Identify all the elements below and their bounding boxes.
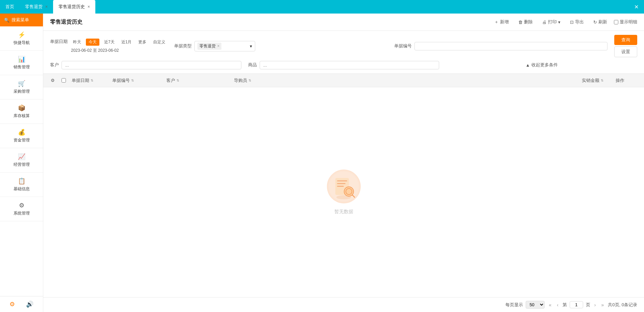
- header-actions: ＋ 新增 🗑 删除 🖨 打印 ▾ ⊡ 导出 ↻ 刷新: [492, 18, 637, 26]
- th-num-sort-icon: ⇅: [131, 79, 134, 82]
- sidebar: 🔍 搜索菜单 ⚡ 快捷导航 📊 销售管理 🛒 采购管理 📦 库存核算 💰 资金管…: [0, 14, 43, 312]
- empty-state: 暂无数据: [43, 87, 644, 297]
- collapse-button[interactable]: ▲ 收起更多条件: [522, 61, 562, 69]
- refresh-button[interactable]: ↻ 刷新: [591, 18, 610, 26]
- export-icon: ⊡: [570, 20, 574, 25]
- empty-text: 暂无数据: [334, 209, 353, 215]
- sidebar-item-label: 库存核算: [14, 113, 30, 119]
- print-dropdown-icon: ▾: [558, 20, 560, 25]
- th-num[interactable]: 单据编号 ⇅: [110, 77, 164, 84]
- th-guide-label: 导购员: [234, 77, 247, 84]
- sidebar-item-basics[interactable]: 📋 基础信息: [0, 173, 43, 197]
- table-select-all[interactable]: [58, 78, 69, 83]
- delete-button[interactable]: 🗑 删除: [516, 18, 535, 26]
- type-filter-label: 单据类型: [174, 43, 192, 49]
- tab-retail-history[interactable]: 零售退货历史 ×: [53, 0, 95, 14]
- number-filter-input[interactable]: [414, 42, 607, 50]
- th-date[interactable]: 单据日期 ⇅: [69, 77, 110, 84]
- page-title: 零售退货历史: [50, 19, 82, 26]
- number-filter-group: 单据编号: [394, 42, 607, 50]
- th-customer-sort-icon: ⇅: [176, 79, 179, 82]
- sidebar-item-label: 经营管理: [14, 162, 30, 168]
- sidebar-item-label: 基础信息: [14, 186, 30, 192]
- type-tag-close[interactable]: ×: [217, 44, 219, 48]
- new-label: 新增: [500, 19, 509, 25]
- export-label: 导出: [575, 19, 584, 25]
- th-date-sort-icon: ⇅: [91, 79, 93, 82]
- th-amount-sort-icon: ⇅: [601, 79, 603, 82]
- volume-icon[interactable]: 🔊: [26, 300, 33, 308]
- tab-retail-history-close[interactable]: ×: [88, 4, 90, 9]
- date-opt-more[interactable]: 更多: [136, 39, 148, 46]
- content-area: 零售退货历史 ＋ 新增 🗑 删除 🖨 打印 ▾ ⊡ 导出: [43, 14, 644, 312]
- purchase-icon: 🛒: [18, 80, 25, 87]
- display-detail-checkbox[interactable]: [614, 20, 618, 24]
- date-opt-7days[interactable]: 近7天: [102, 39, 117, 46]
- sidebar-item-sales[interactable]: 📊 销售管理: [0, 51, 43, 75]
- first-page-button[interactable]: «: [547, 302, 553, 308]
- sidebar-item-inventory[interactable]: 📦 库存核算: [0, 99, 43, 124]
- sidebar-item-quick-nav[interactable]: ⚡ 快捷导航: [0, 26, 43, 51]
- sidebar-item-label: 采购管理: [14, 89, 30, 94]
- sidebar-item-purchase[interactable]: 🛒 采购管理: [0, 75, 43, 99]
- th-guide[interactable]: 导购员 ⇅: [231, 77, 282, 84]
- sidebar-search[interactable]: 🔍 搜索菜单: [0, 14, 43, 26]
- svg-rect-4: [337, 186, 344, 187]
- tab-retail-return-label: 零售退货: [25, 4, 43, 10]
- last-page-button[interactable]: »: [600, 302, 605, 308]
- window-close-button[interactable]: ✕: [629, 4, 644, 10]
- goods-filter-input[interactable]: [260, 61, 439, 69]
- page-number-input[interactable]: 1: [570, 301, 583, 308]
- table-header: ⚙ 单据日期 ⇅ 单据编号 ⇅ 客户 ⇅ 导购员 ⇅: [43, 74, 644, 87]
- search-icon: 🔍: [4, 18, 9, 23]
- refresh-icon: ↻: [593, 20, 597, 25]
- customer-filter-input[interactable]: [62, 61, 241, 69]
- tab-home-label: 首页: [5, 4, 14, 10]
- operations-icon: 📈: [18, 153, 25, 160]
- th-amount[interactable]: 实销金额 ⇅: [579, 77, 613, 84]
- sidebar-item-finance[interactable]: 💰 资金管理: [0, 124, 43, 148]
- empty-icon: [327, 170, 361, 203]
- type-select-arrow: ▾: [250, 44, 252, 49]
- date-filter-group: 单据日期 昨天 今天 近7天 近1月 更多 自定义 2023-06-02 至 2…: [50, 39, 167, 53]
- date-opt-today[interactable]: 今天: [86, 39, 99, 46]
- sidebar-item-operations[interactable]: 📈 经营管理: [0, 148, 43, 173]
- settings-icon[interactable]: ⚙: [9, 300, 15, 308]
- sidebar-item-label: 快捷导航: [14, 40, 30, 46]
- set-button[interactable]: 设置: [614, 46, 637, 57]
- goods-filter-label: 商品: [248, 62, 257, 68]
- date-opt-1month[interactable]: 近1月: [119, 39, 134, 46]
- query-button[interactable]: 查询: [614, 35, 637, 45]
- sidebar-item-system[interactable]: ⚙ 系统管理: [0, 197, 43, 221]
- goods-filter-group: 商品: [248, 61, 439, 69]
- export-button[interactable]: ⊡ 导出: [567, 18, 587, 26]
- sidebar-item-label: 系统管理: [14, 210, 30, 216]
- tab-retail-return[interactable]: 零售退货 ×: [20, 0, 53, 14]
- action-buttons: 查询 设置: [614, 35, 637, 57]
- sidebar-bottom: ⚙ 🔊: [0, 296, 43, 312]
- number-filter-label: 单据编号: [394, 43, 412, 49]
- type-select[interactable]: 零售退货 × ▾: [194, 41, 255, 51]
- next-page-button[interactable]: ›: [593, 302, 597, 308]
- type-filter-group: 单据类型 零售退货 × ▾: [174, 41, 387, 51]
- table-settings-icon[interactable]: ⚙: [47, 78, 58, 83]
- select-all-checkbox[interactable]: [62, 78, 66, 83]
- delete-icon: 🗑: [518, 20, 523, 25]
- finance-icon: 💰: [18, 129, 25, 136]
- th-customer[interactable]: 客户 ⇅: [164, 77, 231, 84]
- filter-row-1: 单据日期 昨天 今天 近7天 近1月 更多 自定义 2023-06-02 至 2…: [50, 35, 637, 57]
- quick-nav-icon: ⚡: [18, 31, 25, 39]
- main-layout: 🔍 搜索菜单 ⚡ 快捷导航 📊 销售管理 🛒 采购管理 📦 库存核算 💰 资金管…: [0, 14, 644, 312]
- print-button[interactable]: 🖨 打印 ▾: [540, 18, 563, 26]
- per-page-select[interactable]: 50 20 100: [526, 301, 545, 309]
- new-button[interactable]: ＋ 新增: [492, 18, 511, 26]
- date-opt-custom[interactable]: 自定义: [151, 39, 167, 46]
- display-detail-label: 显示明细: [620, 19, 637, 25]
- tab-retail-return-close[interactable]: ×: [45, 4, 48, 9]
- tab-home[interactable]: 首页: [0, 0, 20, 14]
- prev-page-button[interactable]: ‹: [555, 302, 560, 308]
- date-opt-yesterday[interactable]: 昨天: [71, 39, 83, 46]
- pagination: 每页显示 50 20 100 « ‹ 第 1 页 › » 共0页, 0条记录: [43, 297, 644, 312]
- display-detail-check[interactable]: 显示明细: [614, 19, 637, 25]
- refresh-label: 刷新: [598, 19, 607, 25]
